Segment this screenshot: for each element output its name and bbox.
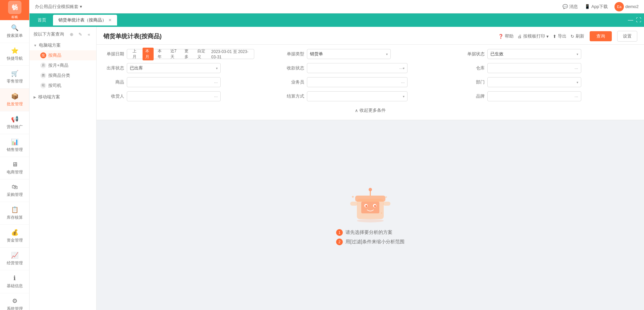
tab-home[interactable]: 首页	[32, 15, 52, 25]
sidebar-item-operations[interactable]: 📈 经营管理	[0, 248, 29, 270]
receiver-dropdown[interactable]: ···	[127, 91, 221, 101]
payment-status-dropdown[interactable]: ··· ▾	[307, 63, 408, 73]
maximize-icon[interactable]: ⛶	[636, 17, 641, 23]
sidebar-item-marketing[interactable]: 📢 营销推广	[0, 111, 29, 134]
date-tab-last-month[interactable]: 上月	[130, 48, 141, 60]
linechart-icon: 📈	[1, 252, 28, 259]
tree-group-mobile: ▶ 移动端方案	[30, 92, 96, 102]
collapse-label: 收起更多条件	[360, 107, 386, 113]
warehouse-dots-icon[interactable]: ···	[575, 66, 578, 71]
product-dropdown[interactable]: ···	[127, 77, 221, 87]
collapse-icon: «	[88, 32, 90, 37]
header-right: 💬 消息 📱 App下载 Ea demo2	[562, 2, 639, 11]
step2-text: 用[过滤]条件来缩小分析范围	[345, 239, 405, 245]
message-btn[interactable]: 💬 消息	[562, 4, 578, 10]
sidebar-item-system[interactable]: ⚙ 系统管理	[0, 293, 29, 310]
collapse-row: ∧ 收起更多条件	[103, 105, 637, 116]
sidebar-item-finance[interactable]: 💰 资金管理	[0, 225, 29, 248]
tree-item-by-product[interactable]: 按 按商品	[30, 50, 96, 60]
company-dropdown[interactable]: 办公用品行业模拟账套 ▾	[35, 4, 82, 10]
sidebar-item-purchase[interactable]: 🛍 采购管理	[0, 179, 29, 202]
top-header: 办公用品行业模拟账套 ▾ 💬 消息 📱 App下载 Ea demo2	[30, 0, 644, 13]
date-filter-input[interactable]: 上月 本月 本年 近7天 更多 自定义 2023-03-01 至 2023-03…	[127, 49, 254, 59]
warehouse-dropdown[interactable]: ···	[487, 63, 581, 73]
tab-sales-stat[interactable]: 销货单统计表（按商品） ✕	[53, 15, 117, 25]
box-icon: 📦	[1, 93, 28, 100]
brand-dots-icon[interactable]: ···	[575, 94, 578, 99]
svg-point-6	[366, 205, 367, 207]
edit-scheme-btn[interactable]: ✎	[77, 31, 84, 38]
tree-group-mobile-header[interactable]: ▶ 移动端方案	[30, 92, 96, 102]
help-label: 帮助	[505, 33, 514, 39]
department-dropdown[interactable]: ▾	[487, 77, 581, 87]
filter-item-date: 单据日期 上月 本月 本年 近7天 更多 自定义 2023-03-01 至 20…	[103, 49, 277, 59]
svg-rect-3	[361, 202, 379, 213]
right-panel: 销货单统计表(按商品) ❓ 帮助 🖨 按模板打印 ▾	[97, 27, 644, 310]
refresh-btn[interactable]: ↻ 刷新	[571, 33, 584, 39]
export-btn[interactable]: ⬆ 导出	[553, 33, 567, 39]
chart-icon: 📊	[1, 138, 28, 146]
payment-status-dots-icon[interactable]: ···	[399, 66, 403, 71]
setting-button[interactable]: 设置	[617, 31, 637, 42]
payment-method-dropdown[interactable]: ▾	[307, 91, 408, 101]
template-print-label: 按模板打印	[523, 33, 545, 39]
sidebar-item-sales[interactable]: 📊 销售管理	[0, 134, 29, 157]
doc-status-dropdown[interactable]: 已生效 ▾	[487, 49, 581, 59]
refresh-label: 刷新	[576, 33, 584, 39]
tree-item-by-warehouse[interactable]: 司 按司机	[30, 81, 96, 91]
out-status-dropdown[interactable]: 已出库 ▾	[127, 63, 221, 73]
salesperson-dots-icon[interactable]: ···	[401, 80, 405, 85]
date-tab-custom[interactable]: 自定义	[195, 48, 209, 60]
sidebar-item-inventory[interactable]: 📋 库存核算	[0, 202, 29, 225]
sidebar-item-retail[interactable]: 🛒 零售管理	[0, 66, 29, 89]
edit-icon: ✎	[78, 32, 82, 37]
step2-num: 2	[336, 239, 343, 245]
template-print-btn[interactable]: 🖨 按模板打印 ▾	[518, 33, 549, 39]
add-icon: ⊕	[70, 32, 73, 37]
sidebar-item-wholesale[interactable]: 📦 批发管理	[0, 89, 29, 111]
filter-item-payment-method: 结算方式 ▾	[283, 91, 457, 102]
date-tab-current-year[interactable]: 本年	[155, 48, 166, 60]
help-btn[interactable]: ❓ 帮助	[498, 33, 514, 39]
sidebar-item-search[interactable]: 🔍 搜索菜单	[0, 20, 29, 43]
minimize-icon[interactable]: —	[628, 17, 633, 23]
svg-text:✦: ✦	[351, 195, 355, 199]
sidebar-label-purchase: 采购管理	[1, 192, 28, 198]
printer-icon: 🖨	[518, 34, 522, 39]
doc-type-dropdown[interactable]: 销货单 ▾	[307, 49, 391, 59]
date-tab-current-month[interactable]: 本月	[143, 48, 154, 60]
filter-item-payment-status: 收款状态 ··· ▾	[283, 63, 457, 73]
app-download-btn[interactable]: 📱 App下载	[585, 4, 608, 10]
date-tab-more[interactable]: 更多	[182, 48, 193, 60]
product-dots-icon[interactable]: ···	[214, 80, 218, 85]
collapse-panel-btn[interactable]: «	[86, 31, 92, 38]
salesperson-dropdown[interactable]: ···	[307, 77, 408, 87]
sidebar-label-marketing: 营销推广	[1, 124, 28, 130]
search-icon: 🔍	[1, 24, 28, 32]
sidebar-menu: 🔍 搜索菜单 ⭐ 快捷导航 🛒 零售管理 📦 批发管理 📢 营销推广 📊 销售管…	[0, 20, 29, 310]
step1-num: 1	[336, 229, 343, 236]
brand-dropdown[interactable]: ···	[487, 91, 581, 101]
doc-status-value: 已生效	[490, 51, 503, 57]
scheme-icon-by-product: 按	[40, 52, 46, 58]
money-icon: 💰	[1, 229, 28, 236]
collapse-btn[interactable]: ∧ 收起更多条件	[355, 105, 386, 116]
sidebar-item-basic-info[interactable]: ℹ 基础信息	[0, 270, 29, 293]
tree-item-month-product[interactable]: 月 按月+商品	[30, 60, 96, 70]
user-profile[interactable]: Ea demo2	[614, 2, 639, 11]
chevron-doc-type-icon: ▾	[386, 52, 388, 56]
sidebar-label-sales: 销售管理	[1, 147, 28, 153]
receiver-dots-icon[interactable]: ···	[214, 94, 218, 99]
expand-arrow-mobile-icon: ▶	[34, 95, 36, 99]
tree-item-product-category[interactable]: 类 按商品分类	[30, 70, 96, 81]
date-range-display: 2023-03-01 至 2023-03-31	[211, 49, 251, 59]
tree-group-pc-header[interactable]: ▼ 电脑端方案	[30, 40, 96, 50]
shopping-icon: 🛍	[1, 184, 28, 191]
date-tab-7days[interactable]: 近7天	[168, 48, 180, 60]
sidebar-item-quick-nav[interactable]: ⭐ 快捷导航	[0, 43, 29, 66]
cart-icon: 🛒	[1, 70, 28, 77]
tab-close-icon[interactable]: ✕	[108, 18, 112, 22]
add-scheme-btn[interactable]: ⊕	[68, 31, 75, 38]
sidebar-item-ecommerce[interactable]: 🖥 电商管理	[0, 157, 29, 179]
query-button[interactable]: 查询	[590, 31, 612, 41]
